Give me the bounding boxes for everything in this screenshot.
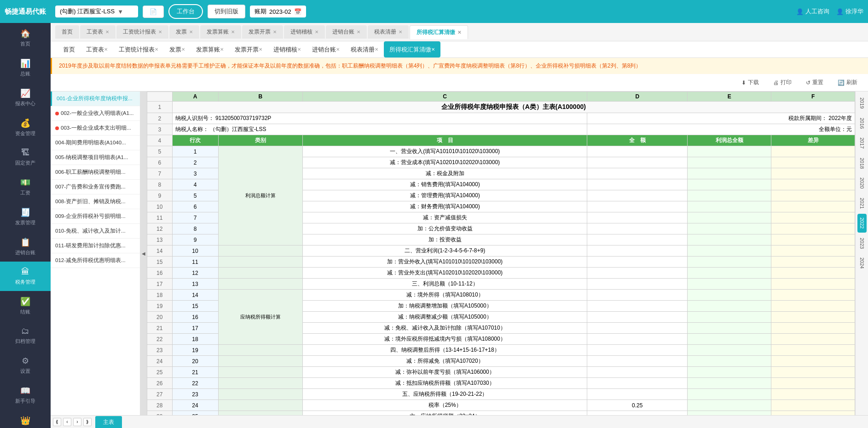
amount-6[interactable]: [587, 201, 688, 212]
list-item-006[interactable]: 006-职工薪酬纳税调整明细...: [51, 165, 140, 180]
amount-15[interactable]: [587, 301, 688, 312]
profit-5[interactable]: [688, 190, 771, 201]
item-12[interactable]: 减：营业外支出(填写A102010\102020\103000): [303, 268, 587, 279]
list-item-004[interactable]: 004-期间费用明细表(A1040...: [51, 136, 140, 150]
nav-invoice-open[interactable]: 发票开票 ✕: [229, 41, 268, 57]
list-item-009[interactable]: 009-企业所得税补亏损明细...: [51, 209, 140, 224]
item-10[interactable]: 二、营业利润(1-2-3-4-5-6-7-8+9): [303, 245, 587, 257]
amount-12[interactable]: [587, 268, 688, 279]
amount-20[interactable]: [587, 356, 688, 367]
diff-25[interactable]: [771, 411, 855, 415]
list-item-003[interactable]: 003-一般企业成本支出明细...: [51, 121, 140, 136]
tab-payroll-stats[interactable]: 工资统计报表 ✕: [116, 25, 168, 39]
tab-home[interactable]: 首页: [55, 25, 79, 39]
profit-14[interactable]: [688, 290, 771, 301]
amount-18[interactable]: [587, 334, 688, 345]
diff-20[interactable]: [771, 356, 855, 367]
profit-7[interactable]: [688, 212, 771, 223]
profit-11[interactable]: [688, 257, 771, 268]
item-9[interactable]: 加：投资收益: [303, 234, 587, 245]
profit-23[interactable]: [688, 389, 771, 400]
tab-invoice-calc[interactable]: 发票算账 ✕: [200, 25, 241, 39]
amount-17[interactable]: [587, 323, 688, 334]
year-2024[interactable]: 2024: [857, 254, 867, 272]
sidebar-item-member[interactable]: 👑 畅会员: [0, 410, 51, 428]
nav-tax-table[interactable]: 税表清册 ✕: [345, 41, 384, 57]
amount-5[interactable]: [587, 190, 688, 201]
item-2[interactable]: 减：营业成本(填写A102010\102020\103000): [303, 157, 587, 168]
item-3[interactable]: 减：税金及附加: [303, 168, 587, 179]
amount-13[interactable]: [587, 279, 688, 290]
amount-1[interactable]: [587, 146, 688, 157]
list-item-005[interactable]: 005-纳税调整项目明细表(A1...: [51, 150, 140, 165]
sheet-tab-main[interactable]: 主表: [95, 416, 122, 428]
diff-22[interactable]: [771, 378, 855, 389]
item-1[interactable]: 一、营业收入(填写A101010\101020\103000): [303, 146, 587, 157]
amount-25[interactable]: [587, 411, 688, 415]
close-tab-tax-calc-icon[interactable]: ✕: [457, 30, 461, 35]
diff-12[interactable]: [771, 268, 855, 279]
item-5[interactable]: 减：管理费用(填写A104000): [303, 190, 587, 201]
company-selector[interactable]: (勾删) 江西服宝-LSS ▼: [55, 6, 138, 17]
close-tab-payroll-stats-icon[interactable]: ✕: [158, 29, 162, 34]
amount-8[interactable]: [587, 223, 688, 234]
amount-19[interactable]: [587, 345, 688, 356]
sheet-nav-last[interactable]: ⟫: [83, 418, 92, 426]
diff-24[interactable]: [771, 400, 855, 411]
item-24[interactable]: 税率（25%）: [303, 400, 587, 411]
workbench-button[interactable]: 工作台: [168, 4, 203, 19]
profit-20[interactable]: [688, 356, 771, 367]
list-item-002[interactable]: 002-一般企业收入明细表(A1...: [51, 106, 140, 121]
diff-13[interactable]: [771, 279, 855, 290]
diff-2[interactable]: [771, 157, 855, 168]
tab-tax-calc[interactable]: 所得税汇算清缴 ✕: [410, 25, 468, 39]
item-6[interactable]: 减：财务费用(填写A104000): [303, 201, 587, 212]
tab-invoice[interactable]: 发票 ✕: [169, 25, 199, 39]
amount-9[interactable]: [587, 234, 688, 245]
diff-7[interactable]: [771, 212, 855, 223]
download-button[interactable]: ⬇ 下载: [738, 77, 763, 88]
profit-21[interactable]: [688, 367, 771, 378]
profit-15[interactable]: [688, 301, 771, 312]
service-button[interactable]: 👤 人工咨询: [796, 7, 829, 16]
nav-purchase-ledger[interactable]: 进销台账 ✕: [307, 41, 345, 57]
tab-payroll[interactable]: 工资表 ✕: [80, 25, 116, 39]
profit-25[interactable]: [688, 411, 771, 415]
diff-10[interactable]: [771, 245, 855, 257]
tab-invoice-open[interactable]: 发票开票 ✕: [242, 25, 283, 39]
sidebar-item-purchase[interactable]: 📋 进销台账: [0, 232, 51, 262]
profit-22[interactable]: [688, 378, 771, 389]
diff-3[interactable]: [771, 168, 855, 179]
year-2016[interactable]: 2016: [857, 114, 867, 132]
profit-18[interactable]: [688, 334, 771, 345]
diff-4[interactable]: [771, 179, 855, 190]
nav-payroll-stats[interactable]: 工资统计报表 ✕: [113, 41, 164, 57]
sheet-nav-next[interactable]: ›: [73, 418, 81, 426]
nav-home[interactable]: 首页: [58, 41, 81, 57]
sidebar-item-invoice[interactable]: 🧾 发票管理: [0, 202, 51, 232]
year-2023[interactable]: 2023: [857, 234, 867, 252]
year-2020[interactable]: 2020: [857, 174, 867, 192]
sidebar-item-settlement[interactable]: ✅ 结账: [0, 291, 51, 321]
item-13[interactable]: 三、利润总额（10-11-12）: [303, 279, 587, 290]
profit-6[interactable]: [688, 201, 771, 212]
nav-payroll[interactable]: 工资表 ✕: [81, 41, 113, 57]
close-tab-payroll-icon[interactable]: ✕: [105, 29, 109, 34]
sheet-nav-prev[interactable]: ‹: [63, 418, 71, 426]
profit-17[interactable]: [688, 323, 771, 334]
amount-3[interactable]: [587, 168, 688, 179]
nav-invoice-calc[interactable]: 发票算账 ✕: [191, 41, 229, 57]
year-2021[interactable]: 2021: [857, 194, 867, 212]
amount-2[interactable]: [587, 157, 688, 168]
amount-14[interactable]: [587, 290, 688, 301]
profit-3[interactable]: [688, 168, 771, 179]
profit-24[interactable]: [688, 400, 771, 411]
item-7[interactable]: 减：资产减值损失: [303, 212, 587, 223]
sidebar-item-tax[interactable]: 🏛 税务管理: [0, 262, 51, 291]
diff-5[interactable]: [771, 190, 855, 201]
collapse-panel-button[interactable]: ◀: [140, 91, 147, 415]
list-item-007[interactable]: 007-广告费和业务宣传费跑...: [51, 180, 140, 194]
profit-13[interactable]: [688, 279, 771, 290]
amount-11[interactable]: [587, 257, 688, 268]
nav-invoice[interactable]: 发票 ✕: [164, 41, 191, 57]
